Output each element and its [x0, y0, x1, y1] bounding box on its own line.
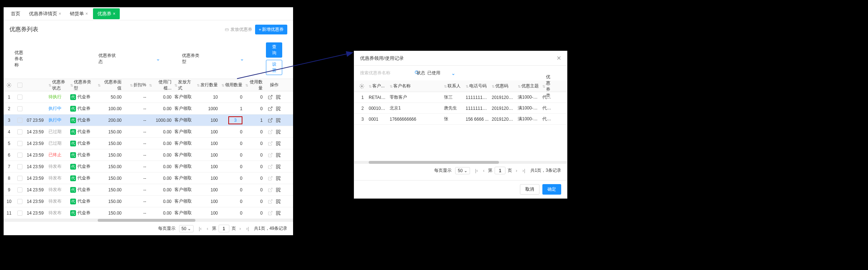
modal-horizontal-scrollbar[interactable]	[354, 161, 567, 164]
mheader-code[interactable]: 优惠码	[490, 83, 516, 89]
per-page-select[interactable]: 50 ⌄	[179, 225, 194, 232]
row-checkbox[interactable]	[17, 106, 22, 111]
tab[interactable]: 优惠券详情页×	[25, 8, 65, 19]
row-checkbox[interactable]	[17, 95, 22, 100]
first-page-button[interactable]: |‹	[197, 225, 203, 232]
qr-icon[interactable]	[276, 153, 281, 158]
close-icon[interactable]: ✕	[556, 55, 561, 62]
close-icon[interactable]: ×	[85, 11, 88, 16]
header-checkbox[interactable]	[17, 83, 22, 88]
modal-search-input[interactable]	[360, 69, 414, 76]
add-coupon-button[interactable]: + 新增优惠券	[255, 25, 287, 34]
modal-table-row[interactable]: 3 0001 17666666666 张 156 6666 ... 201912…	[354, 114, 567, 125]
header-received[interactable]: 领用数量	[219, 82, 244, 88]
table-row[interactable]: 8 14 23:59 待发布 代代金券 150.00 -- 0.00 客户领取 …	[4, 173, 293, 184]
row-checkbox[interactable]	[17, 129, 22, 134]
qr-icon[interactable]	[276, 199, 281, 204]
header-method[interactable]: 发放方式	[173, 79, 195, 91]
scrollbar-thumb[interactable]	[98, 219, 195, 222]
mheader-custno[interactable]: 客户...	[367, 83, 388, 89]
last-page-button[interactable]: ›|	[245, 225, 250, 232]
qr-icon[interactable]	[276, 118, 281, 123]
row-checkbox[interactable]	[17, 187, 22, 192]
modal-next-page-button[interactable]: ›	[514, 167, 518, 174]
table-row[interactable]: 5 14 23:59 已过期 代代金券 150.00 -- 0.00 客户领取 …	[4, 138, 293, 149]
tab[interactable]: 销货单×	[66, 8, 92, 19]
row-checkbox-cell	[14, 176, 25, 181]
qr-icon[interactable]	[276, 106, 281, 111]
row-checkbox[interactable]	[17, 176, 22, 181]
table-row[interactable]: 10 14 23:59 待发布 代代金券 150.00 -- 0.00 客户领取…	[4, 196, 293, 207]
mheader-contact[interactable]: 联系人	[443, 83, 464, 89]
table-row[interactable]: 7 14 23:59 待发布 代代金券 150.00 -- 0.00 客户领取 …	[4, 161, 293, 173]
close-icon[interactable]: ×	[59, 11, 61, 16]
page-input[interactable]	[219, 225, 229, 232]
share-icon[interactable]	[268, 95, 273, 100]
header-type[interactable]: 优惠券类型	[69, 79, 96, 91]
row-checkbox[interactable]	[17, 141, 22, 146]
header-status[interactable]: 优惠券状态	[47, 79, 69, 91]
tab[interactable]: 首页	[7, 8, 24, 19]
modal-scrollbar-thumb[interactable]	[369, 161, 499, 164]
modal-status-select[interactable]: 已使用 ⌄	[427, 70, 456, 76]
mheader-custname[interactable]: 客户名称	[388, 83, 443, 89]
header-threshold[interactable]: 使用门槛...	[148, 79, 173, 91]
received-count-highlight[interactable]: 3	[228, 116, 242, 124]
filter-type-select[interactable]: ⌄	[202, 55, 244, 63]
cancel-button[interactable]: 取消	[520, 184, 539, 195]
filter-name-input[interactable]	[26, 55, 77, 63]
row-checkbox-cell	[14, 211, 25, 216]
table-row[interactable]: 2 执行中 代代金券 100.00 -- 0.00 客户领取 1000 1 0	[4, 103, 293, 115]
modal-status-value: 已使用	[427, 70, 440, 76]
row-value: 200.00	[96, 118, 123, 123]
row-checkbox[interactable]	[17, 153, 22, 158]
settings-button[interactable]: 设置	[266, 60, 282, 75]
table-row[interactable]: 3 07 23:59 执行中 代代金券 200.00 -- 1000.00 客户…	[4, 115, 293, 126]
gear-icon[interactable]	[4, 83, 14, 88]
filter-status-select[interactable]: ⌄	[118, 55, 160, 63]
ok-button[interactable]: 确定	[542, 184, 561, 195]
share-icon[interactable]	[268, 118, 273, 123]
qr-icon[interactable]	[276, 141, 281, 146]
header-discount[interactable]: 折扣%	[123, 82, 148, 88]
table-row[interactable]: 6 14 23:59 已终止 代代金券 150.00 -- 0.00 客户领取 …	[4, 149, 293, 161]
filter-row: 优惠券名称 优惠券状态 ⌄ 优惠券类型 ⌄ 查询 设置	[4, 39, 293, 79]
modal-first-page-button[interactable]: |‹	[474, 167, 479, 174]
header-used[interactable]: 使用数量	[244, 79, 264, 91]
row-checkbox[interactable]	[17, 199, 22, 204]
modal-table-row[interactable]: 2 00010001 北京1 唐先生 11111111111 20191207O…	[354, 103, 567, 114]
svg-rect-52	[276, 211, 278, 212]
share-icon[interactable]	[268, 106, 273, 111]
modal-last-page-button[interactable]: ›|	[521, 167, 527, 174]
modal-prev-page-button[interactable]: ‹	[482, 167, 486, 174]
mheader-subject[interactable]: 优惠主题	[516, 83, 541, 89]
qr-icon[interactable]	[276, 129, 281, 134]
table-row[interactable]: 9 14 23:59 待发布 代代金券 150.00 -- 0.00 客户领取 …	[4, 184, 293, 196]
tab[interactable]: 优惠券×	[93, 8, 120, 19]
row-issued: 100	[195, 176, 219, 181]
row-value: 100.00	[96, 106, 123, 111]
mheader-phone[interactable]: 电话号码	[464, 83, 490, 89]
row-checkbox[interactable]	[17, 211, 22, 216]
row-checkbox[interactable]	[17, 118, 22, 123]
qr-icon[interactable]	[276, 187, 281, 192]
gear-icon[interactable]	[358, 84, 367, 89]
modal-table-row[interactable]: 1 RETAIL... 零散客户 张三 11111111111 20191207…	[354, 92, 567, 103]
search-button[interactable]: 查询	[266, 42, 282, 58]
modal-per-page-select[interactable]: 50 ⌄	[455, 167, 470, 174]
modal-page-input[interactable]	[495, 167, 505, 174]
table-row[interactable]: 11 14 23:59 待发布 代代金券 150.00 -- 0.00 客户领取…	[4, 207, 293, 219]
qr-icon[interactable]	[276, 164, 281, 169]
qr-icon[interactable]	[276, 211, 281, 216]
row-checkbox[interactable]	[17, 164, 22, 169]
qr-icon[interactable]	[276, 95, 281, 100]
qr-icon[interactable]	[276, 176, 281, 181]
header-issued[interactable]: 发行数量	[195, 82, 219, 88]
next-page-button[interactable]: ›	[238, 225, 242, 232]
table-row[interactable]: 1 待执行 代代金券 50.00 -- 0.00 客户领取 10 0 0	[4, 91, 293, 103]
prev-page-button[interactable]: ‹	[205, 225, 209, 232]
close-icon[interactable]: ×	[113, 11, 115, 16]
table-row[interactable]: 4 14 23:59 已过期 代代金券 150.00 -- 0.00 客户领取 …	[4, 126, 293, 138]
header-value[interactable]: 优惠券面值	[96, 79, 123, 91]
horizontal-scrollbar[interactable]	[4, 219, 293, 222]
